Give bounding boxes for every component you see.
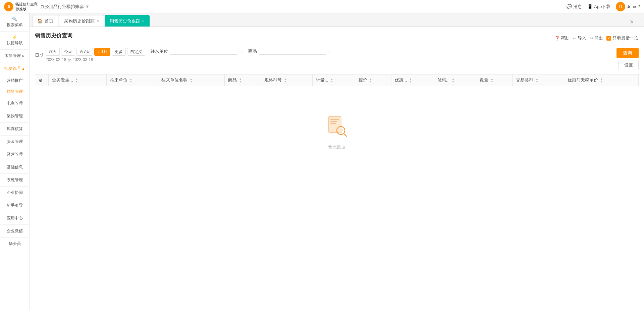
table-col-quantity[interactable]: 数量 ▲▼ [476, 74, 513, 86]
svg-rect-2 [330, 121, 337, 122]
tab-close-sales[interactable]: × [142, 19, 145, 23]
empty-icon [323, 113, 350, 140]
page-content: 销售历史价查询 ❓ 帮助 ↩ 导入 ↪ 导出 ✓ [30, 27, 644, 310]
date-label: 日期 [35, 52, 44, 58]
sidebar-item-basic-info[interactable]: 基础信息 [0, 161, 29, 174]
message-button[interactable]: 💬 消息 [567, 4, 582, 10]
sidebar-item-inventory[interactable]: 库存核算 [0, 123, 29, 136]
tab-sales-history[interactable]: 销售历史价跟踪 × [105, 15, 150, 27]
tab-purchase-history[interactable]: 采购历史价跟踪 × [59, 15, 104, 27]
main-layout: 🔍 搜索菜单 ⚡ 快捷导航 零售管理 ▶ 批发管理 ▲ 营销推广 销售管理 电商… [0, 13, 644, 310]
sort-arrows-quote: ▲▼ [369, 78, 372, 83]
export-button[interactable]: ↪ 导出 [590, 35, 603, 41]
chevron-right-icon: ▶ [22, 54, 25, 58]
sidebar-item-enterprise-collab[interactable]: 企业协同 [0, 187, 29, 199]
tab-bar-actions: ✕ ⛶ [630, 19, 641, 27]
table-col-product[interactable]: 商品 ▲▼ [225, 74, 261, 86]
app-download-button[interactable]: 📱 App下载 [587, 4, 610, 10]
phone-icon: 📱 [587, 4, 593, 9]
logo-icon: 6 [4, 2, 13, 11]
product-filter-group: 商品 ... [248, 48, 332, 55]
import-icon: ↩ [573, 36, 577, 41]
svg-rect-1 [330, 119, 339, 120]
top-bar-right: 💬 消息 📱 App下载 D demo2 [567, 2, 640, 11]
date-range-text: 2023-02-18 至 2023-03-18 [46, 57, 145, 63]
grid-icon: ⚡ [12, 35, 17, 40]
partner-filter-group: 往来单位 ... [151, 48, 243, 55]
settings-button[interactable]: 设置 [619, 60, 639, 70]
data-table: ⚙ 业务发生... ▲▼ 往来单位 ▲▼ 往来单位名称 ▲▼ [35, 74, 639, 86]
table-col-discount1[interactable]: 优惠... ▲▼ [391, 74, 434, 86]
table-col-settings[interactable]: ⚙ [35, 74, 49, 86]
content-area: 🏠 首页 采购历史价跟踪 × 销售历史价跟踪 × ✕ ⛶ 销售历史价查询 [30, 13, 644, 310]
table-col-unit[interactable]: 计量... ▲▼ [312, 74, 355, 86]
date-btn-yesterday[interactable]: 昨天 [46, 48, 60, 56]
breadcrumb: 办公用品行业模拟账套 ▼ [40, 4, 90, 10]
date-btn-custom[interactable]: 自定义 [127, 48, 145, 56]
sort-arrows-discount2: ▲▼ [452, 78, 454, 83]
empty-state: 暂无数据 [35, 86, 639, 177]
page-top-actions: ❓ 帮助 ↩ 导入 ↪ 导出 ✓ 只看最后一次 [554, 35, 639, 41]
tab-close-purchase[interactable]: × [97, 19, 99, 23]
top-bar: 6 畅捷信好生意 标准版 办公用品行业模拟账套 ▼ 💬 消息 📱 App下载 D… [0, 0, 644, 13]
table-col-partner-id[interactable]: 往来单位 ▲▼ [106, 74, 158, 86]
filter-row: 日期 昨天 今天 近7天 近1月 更多 自定义 2023-02-18 至 202… [35, 48, 639, 70]
sort-arrows-trade-type: ▲▼ [536, 78, 538, 83]
chevron-down-icon[interactable]: ▼ [85, 4, 90, 9]
table-col-partner-name[interactable]: 往来单位名称 ▲▼ [158, 74, 225, 86]
help-button[interactable]: ❓ 帮助 [554, 35, 570, 41]
sidebar-item-marketing[interactable]: 营销推广 [0, 75, 29, 86]
date-btn-1month[interactable]: 近1月 [94, 48, 111, 56]
import-button[interactable]: ↩ 导入 [573, 35, 586, 41]
table-col-discount2[interactable]: 优惠... ▲▼ [434, 74, 476, 86]
product-label: 商品 [248, 48, 257, 54]
top-bar-left: 6 畅捷信好生意 标准版 办公用品行业模拟账套 ▼ [4, 2, 90, 11]
sidebar-item-new-guide[interactable]: 新手引导 [0, 199, 29, 212]
sidebar-item-enterprise-wechat[interactable]: 企业微信 [0, 225, 29, 238]
sidebar-item-search-menu[interactable]: 🔍 搜索菜单 [0, 13, 29, 32]
sidebar-item-finance[interactable]: 资金管理 [0, 136, 29, 148]
sidebar-item-member[interactable]: 畅会员 [0, 238, 29, 250]
only-last-checkbox[interactable]: ✓ 只看最后一次 [606, 35, 639, 41]
sidebar-item-ecommerce[interactable]: 电商管理 [0, 97, 29, 110]
maximize-button[interactable]: ⛶ [637, 19, 641, 25]
query-button[interactable]: 查询 [616, 48, 639, 58]
date-btn-more[interactable]: 更多 [112, 48, 126, 56]
close-all-tabs-button[interactable]: ✕ [630, 19, 634, 25]
sidebar-item-retail-mgmt[interactable]: 零售管理 ▶ [0, 50, 29, 62]
sidebar-item-system[interactable]: 系统管理 [0, 174, 29, 187]
sort-arrows-discount1: ▲▼ [409, 78, 412, 83]
tab-home[interactable]: 🏠 首页 [32, 15, 58, 27]
page-header: 销售历史价查询 ❓ 帮助 ↩ 导入 ↪ 导出 ✓ [35, 32, 639, 44]
sidebar-item-biz-mgmt[interactable]: 经营管理 [0, 148, 29, 161]
date-buttons: 昨天 今天 近7天 近1月 更多 自定义 [46, 48, 145, 56]
sidebar-item-purchase[interactable]: 采购管理 [0, 110, 29, 123]
table-col-spec[interactable]: 规格型号 ▲▼ [261, 74, 313, 86]
product-dots: ... [328, 49, 332, 54]
date-filter-controls: 昨天 今天 近7天 近1月 更多 自定义 2023-02-18 至 2023-0… [46, 48, 145, 63]
filter-right: 查询 设置 [616, 48, 639, 70]
sidebar-item-quick-nav[interactable]: ⚡ 快捷导航 [0, 32, 29, 50]
product-input[interactable] [259, 48, 326, 55]
sort-arrows-unit: ▲▼ [330, 78, 333, 83]
sort-arrows-biz-date: ▲▼ [75, 78, 78, 83]
table-col-quote[interactable]: 报价 ▲▼ [355, 74, 391, 86]
sort-arrows-product: ▲▼ [239, 78, 242, 83]
table-header-row: ⚙ 业务发生... ▲▼ 往来单位 ▲▼ 往来单位名称 ▲▼ [35, 74, 639, 86]
table-col-trade-type[interactable]: 交易类型 ▲▼ [513, 74, 564, 86]
user-menu[interactable]: D demo2 [616, 2, 640, 11]
date-btn-7days[interactable]: 近7天 [76, 48, 93, 56]
sidebar-item-wholesale-mgmt[interactable]: 批发管理 ▲ [0, 62, 29, 75]
sidebar-item-sales-mgmt[interactable]: 销售管理 [0, 86, 29, 97]
date-btn-today[interactable]: 今天 [61, 48, 75, 56]
partner-input[interactable] [170, 48, 237, 55]
sort-arrows-quantity: ▲▼ [491, 78, 493, 83]
table-col-pretax-price[interactable]: 优惠前无税单价 ▲▼ [564, 74, 638, 86]
filter-left: 日期 昨天 今天 近7天 近1月 更多 自定义 2023-02-18 至 202… [35, 48, 332, 63]
sort-arrows-pretax-price: ▲▼ [600, 78, 603, 83]
tab-bar: 🏠 首页 采购历史价跟踪 × 销售历史价跟踪 × ✕ ⛶ [30, 13, 644, 27]
table-col-biz-date[interactable]: 业务发生... ▲▼ [49, 74, 107, 86]
sidebar-item-app-center[interactable]: 应用中心 [0, 212, 29, 225]
logo-area: 6 畅捷信好生意 标准版 [4, 2, 38, 11]
search-icon: 🔍 [12, 17, 17, 21]
